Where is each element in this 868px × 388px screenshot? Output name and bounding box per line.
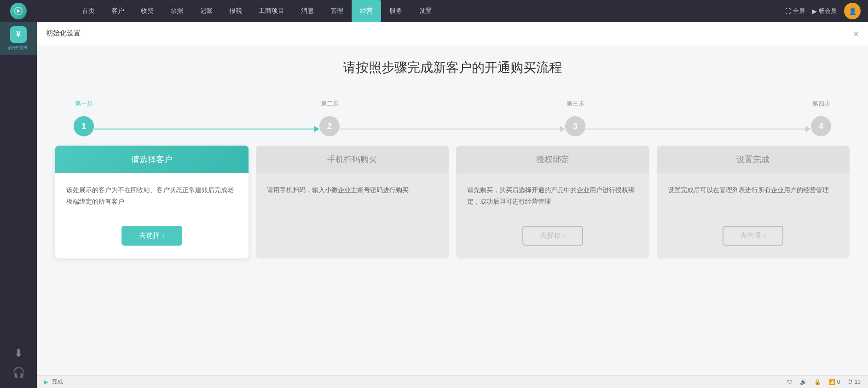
step-card-2: 手机扫码购买 请用手机扫码，输入小微企业主账号密码进行购买 — [256, 146, 449, 259]
step-label-3: 第三步 — [567, 100, 584, 108]
logo-icon — [10, 3, 27, 19]
close-button[interactable]: × — [853, 29, 859, 38]
card-footer-4: 去管理 › — [657, 218, 850, 259]
cards-row: 请选择客户 该处展示的客户为不在回收站、客户状态正常建账后完成老板端绑定的所有客… — [55, 146, 850, 259]
step-circle-4: 4 — [811, 116, 831, 136]
nav-customer[interactable]: 客户 — [103, 0, 133, 22]
shield-icon: 🛡 — [787, 379, 793, 385]
nav-bookkeeping[interactable]: 记账 — [191, 0, 221, 22]
volume-icon: 🔊 — [800, 379, 807, 385]
nav-fee[interactable]: 收费 — [133, 0, 162, 22]
step-node-4: 第四步 4 — [811, 100, 831, 136]
step-label-2: 第二步 — [321, 100, 339, 108]
nav-service[interactable]: 服务 — [381, 0, 411, 22]
status-label: 完成 — [52, 378, 63, 386]
top-nav: 首页 客户 收费 票据 记账 报税 工商项目 消息 管理 经营 服务 设置 ⛶ … — [37, 0, 868, 22]
status-bar: ▶ 完成 🛡 🔊 🔒 📶 0 ⏱ 10 — [37, 375, 868, 388]
arrow-icon-1: › — [162, 232, 165, 240]
step-node-3: 第三步 3 — [565, 100, 585, 136]
time-icon: ⏱ 10 — [847, 379, 861, 385]
nav-business[interactable]: 工商项目 — [250, 0, 293, 22]
nav-manage[interactable]: 管理 — [322, 0, 352, 22]
step-label-4: 第四步 — [812, 100, 830, 108]
nav-invoice[interactable]: 票据 — [162, 0, 191, 22]
sidebar-bottom: ⬇ 🎧 — [12, 347, 25, 379]
arrow-icon-3: › — [563, 232, 566, 240]
fullscreen-btn[interactable]: ⛶ 全屏 — [785, 7, 805, 15]
step-circle-3: 3 — [565, 116, 585, 136]
card-body-2: 请用手机扫码，输入小微企业主账号密码进行购买 — [256, 173, 449, 238]
avatar[interactable]: 👤 — [844, 3, 861, 19]
nav-tax[interactable]: 报税 — [221, 0, 250, 22]
content-area: 请按照步骤完成新客户的开通购买流程 第一步 1 第二步 2 — [37, 45, 868, 375]
step-node-1: 第一步 1 — [74, 100, 94, 136]
card-footer-1: 去选择 › — [55, 218, 249, 259]
connector-1-2 — [94, 129, 314, 129]
nav-right: ⛶ 全屏 ▶ 畅会员 👤 — [785, 3, 868, 19]
step-label-1: 第一步 — [75, 100, 93, 108]
manage-button[interactable]: 去管理 › — [723, 226, 783, 246]
status-right: 🛡 🔊 🔒 📶 0 ⏱ 10 — [787, 379, 861, 385]
card-body-3: 请先购买，购买后选择开通的产品中的企业用户进行授权绑定，成功后即可进行经营管理 — [456, 173, 649, 218]
authorize-button[interactable]: 去授权 › — [522, 226, 583, 246]
step-card-1: 请选择客户 该处展示的客户为不在回收站、客户状态正常建账后完成老板端绑定的所有客… — [55, 146, 249, 259]
arrow-2-3 — [560, 126, 565, 132]
headset-icon[interactable]: 🎧 — [12, 367, 25, 379]
card-body-4: 设置完成后可以在管理列表进行所有企业用户的经营管理 — [657, 173, 850, 218]
arrow-3-4 — [805, 126, 811, 132]
page-title: 初始化设置 — [46, 29, 81, 38]
main-title: 请按照步骤完成新客户的开通购买流程 — [55, 59, 850, 76]
sidebar-item-management[interactable]: ¥ 经营管理 — [0, 22, 37, 55]
arrow-icon-4: › — [764, 232, 766, 240]
arrow-1-2 — [314, 126, 319, 132]
connector-3-4 — [585, 129, 805, 129]
sidebar-logo — [0, 0, 37, 22]
step-circle-2: 2 — [319, 116, 340, 136]
card-header-4: 设置完成 — [657, 146, 850, 173]
sidebar: ¥ 经营管理 ⬇ 🎧 — [0, 0, 37, 388]
play-status-icon: ▶ — [44, 379, 48, 385]
network-status: 📶 0 — [828, 379, 840, 385]
connector-2-3 — [340, 129, 560, 129]
card-header-1: 请选择客户 — [55, 146, 249, 173]
card-header-3: 授权绑定 — [456, 146, 649, 173]
download-icon[interactable]: ⬇ — [14, 347, 23, 359]
nav-operation[interactable]: 经营 — [352, 0, 381, 22]
step-circle-1: 1 — [74, 116, 94, 136]
step-node-2: 第二步 2 — [319, 100, 340, 136]
lock-icon: 🔒 — [814, 379, 821, 385]
nav-home[interactable]: 首页 — [74, 0, 103, 22]
steps-row: 第一步 1 第二步 2 第三步 3 — [55, 100, 850, 136]
sidebar-item-label: 经营管理 — [8, 45, 29, 52]
member-btn[interactable]: ▶ 畅会员 — [812, 7, 837, 15]
nav-message[interactable]: 消息 — [293, 0, 322, 22]
card-footer-3: 去授权 › — [456, 218, 649, 259]
card-body-1: 该处展示的客户为不在回收站、客户状态正常建账后完成老板端绑定的所有客户 — [55, 173, 249, 218]
card-footer-2 — [256, 238, 449, 259]
fullscreen-icon: ⛶ — [785, 8, 791, 15]
management-icon: ¥ — [10, 26, 27, 43]
card-header-2: 手机扫码购买 — [256, 146, 449, 173]
nav-items: 首页 客户 收费 票据 记账 报税 工商项目 消息 管理 经营 服务 设置 — [74, 0, 785, 22]
select-customer-button[interactable]: 去选择 › — [122, 226, 182, 246]
nav-settings[interactable]: 设置 — [411, 0, 440, 22]
play-icon: ▶ — [812, 8, 817, 15]
step-card-4: 设置完成 设置完成后可以在管理列表进行所有企业用户的经营管理 去管理 › — [657, 146, 850, 259]
step-card-3: 授权绑定 请先购买，购买后选择开通的产品中的企业用户进行授权绑定，成功后即可进行… — [456, 146, 649, 259]
main-wrapper: 首页 客户 收费 票据 记账 报税 工商项目 消息 管理 经营 服务 设置 ⛶ … — [37, 0, 868, 388]
content-header: 初始化设置 × — [37, 22, 868, 45]
